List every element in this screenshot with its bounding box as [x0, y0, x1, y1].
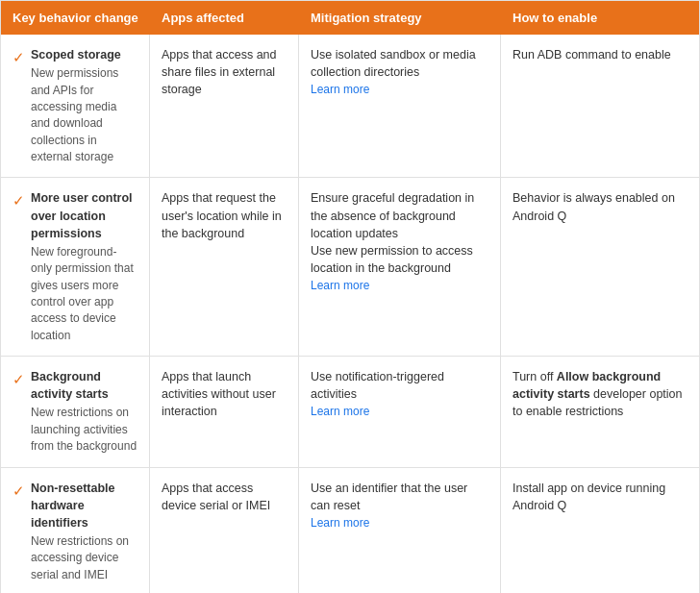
- key-title: Background activity starts: [31, 368, 138, 403]
- header-key-behavior: Key behavior change: [1, 1, 150, 35]
- apps-affected-cell: Apps that request the user's location wh…: [150, 178, 299, 356]
- apps-affected-cell: Apps that launch activities without user…: [150, 357, 299, 466]
- key-behavior-cell: ✓ Non-resettable hardware identifiers Ne…: [1, 468, 150, 593]
- learn-more-link[interactable]: Learn more: [311, 516, 369, 530]
- check-icon: ✓: [12, 481, 25, 502]
- table-row: ✓ Scoped storage New permissions and API…: [1, 35, 699, 178]
- learn-more-link[interactable]: Learn more: [311, 279, 369, 292]
- how-to-enable-cell: Turn off Allow background activity start…: [501, 357, 700, 466]
- key-desc: New foreground-only permission that give…: [31, 244, 138, 344]
- key-behavior-content: Background activity starts New restricti…: [31, 368, 138, 455]
- key-desc: New restrictions on accessing device ser…: [31, 533, 138, 583]
- table-row: ✓ More user control over location permis…: [1, 178, 699, 357]
- key-behavior-content: More user control over location permissi…: [31, 189, 138, 344]
- check-icon: ✓: [12, 47, 25, 68]
- apps-affected-cell: Apps that access and share files in exte…: [150, 35, 299, 177]
- key-title: Scoped storage: [31, 46, 138, 63]
- key-desc: New restrictions on launching activities…: [31, 405, 138, 455]
- table-header: Key behavior change Apps affected Mitiga…: [1, 1, 699, 35]
- key-behavior-cell: ✓ More user control over location permis…: [1, 178, 150, 356]
- mitigation-cell: Use isolated sandbox or media collection…: [299, 35, 501, 177]
- key-title: Non-resettable hardware identifiers: [31, 480, 138, 531]
- mitigation-cell: Ensure graceful degradation in the absen…: [299, 178, 501, 356]
- table-row: ✓ Background activity starts New restric…: [1, 357, 699, 467]
- key-title: More user control over location permissi…: [31, 189, 138, 241]
- key-behavior-content: Non-resettable hardware identifiers New …: [31, 480, 138, 584]
- apps-affected-cell: Apps that access device serial or IMEI: [150, 468, 299, 593]
- learn-more-link[interactable]: Learn more: [311, 83, 369, 96]
- key-behavior-content: Scoped storage New permissions and APIs …: [31, 46, 138, 165]
- learn-more-link[interactable]: Learn more: [311, 405, 369, 418]
- check-icon: ✓: [12, 369, 25, 390]
- check-icon: ✓: [12, 190, 25, 211]
- mitigation-cell: Use notification-triggered activities Le…: [299, 357, 501, 466]
- behavior-changes-table: Key behavior change Apps affected Mitiga…: [0, 0, 700, 593]
- header-how-to-enable: How to enable: [501, 1, 700, 35]
- key-desc: New permissions and APIs for accessing m…: [31, 65, 138, 165]
- how-to-enable-cell: Install app on device running Android Q: [501, 468, 700, 593]
- table-row: ✓ Non-resettable hardware identifiers Ne…: [1, 468, 699, 593]
- header-apps-affected: Apps affected: [150, 1, 299, 35]
- mitigation-cell: Use an identifier that the user can rese…: [299, 468, 501, 593]
- key-behavior-cell: ✓ Background activity starts New restric…: [1, 357, 150, 466]
- key-behavior-cell: ✓ Scoped storage New permissions and API…: [1, 35, 150, 177]
- bold-text: Allow background activity starts: [512, 370, 661, 401]
- how-to-enable-cell: Behavior is always enabled on Android Q: [501, 178, 700, 356]
- header-mitigation: Mitigation strategy: [299, 1, 501, 35]
- how-to-enable-cell: Run ADB command to enable: [501, 35, 700, 177]
